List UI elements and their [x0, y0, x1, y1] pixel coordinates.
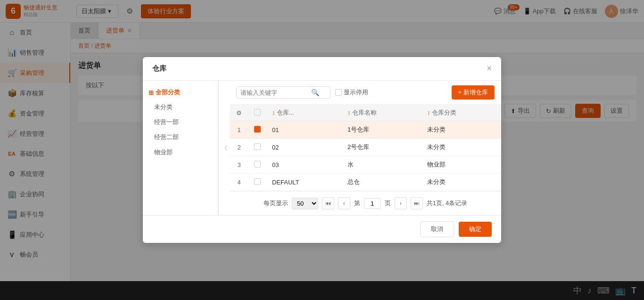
disabled-checkbox[interactable] — [335, 89, 342, 96]
table-row[interactable]: 2 02 2号仓库 未分类 — [230, 139, 501, 156]
search-icon: 🔍 — [311, 89, 319, 96]
row-checkbox-cell — [248, 139, 266, 156]
category-sidebar: ⊞ 全部分类 未分类 经营一部 经营二部 物业部 — [143, 81, 218, 215]
th-code-label: 仓库... — [277, 109, 294, 116]
all-category-item[interactable]: ⊞ 全部分类 — [143, 85, 218, 100]
category-item-unclassified[interactable]: 未分类 — [143, 100, 218, 115]
th-category-icon: ↕ — [427, 109, 430, 116]
per-page-select[interactable]: 50 20 100 — [292, 198, 318, 209]
row-number: 4 — [230, 174, 248, 191]
row-checkbox[interactable] — [254, 143, 261, 150]
th-category: ↕ 仓库分类 — [421, 105, 501, 121]
modal-body: ⊞ 全部分类 未分类 经营一部 经营二部 物业部 《 🔍 — [143, 81, 501, 215]
warehouse-table: ⚙ ↕ 仓库... ↕ — [230, 105, 501, 191]
th-settings: ⚙ — [230, 105, 248, 121]
row-number: 2 — [230, 139, 248, 156]
row-checkbox[interactable] — [254, 126, 261, 133]
row-name: 水 — [342, 156, 421, 174]
first-page-button[interactable]: ⏮ — [322, 197, 334, 209]
th-code-icon: ↕ — [272, 109, 275, 116]
th-name-label: 仓库名称 — [352, 109, 377, 116]
modal-table: ⚙ ↕ 仓库... ↕ — [230, 105, 501, 191]
modal-close-button[interactable]: × — [487, 64, 492, 74]
page-number-input[interactable] — [364, 198, 381, 209]
table-body: 1 01 1号仓库 未分类 2 02 2号仓库 未分类 3 03 水 物业部 4 — [230, 121, 501, 191]
th-gear-icon: ⚙ — [236, 109, 242, 117]
warehouse-modal: 仓库 × ⊞ 全部分类 未分类 经营一部 经营二部 物业部 《 — [143, 57, 501, 243]
row-checkbox-cell — [248, 174, 266, 191]
row-number: 3 — [230, 156, 248, 174]
row-checkbox[interactable] — [254, 178, 261, 185]
category-panel: ⊞ 全部分类 未分类 经营一部 经营二部 物业部 《 — [143, 81, 230, 215]
select-all-checkbox[interactable] — [254, 109, 261, 116]
modal-main: 🔍 显示停用 + 新增仓库 ⚙ — [230, 81, 501, 215]
all-category-label: 全部分类 — [156, 88, 180, 97]
category-item-dept1[interactable]: 经营一部 — [143, 115, 218, 130]
category-item-property[interactable]: 物业部 — [143, 145, 218, 160]
row-name: 2号仓库 — [342, 139, 421, 156]
table-row[interactable]: 4 DEFAULT 总仓 未分类 — [230, 174, 501, 191]
modal-title: 仓库 — [152, 64, 166, 73]
row-code: 01 — [266, 121, 342, 139]
modal-toolbar: 🔍 显示停用 + 新增仓库 — [230, 81, 501, 105]
search-box: 🔍 — [236, 86, 330, 99]
row-category: 未分类 — [421, 174, 501, 191]
page-label: 页 — [385, 199, 391, 208]
last-page-button[interactable]: ⏭ — [411, 197, 423, 209]
modal-pagination: 每页显示 50 20 100 ⏮ ‹ 第 页 › ⏭ 共1页, 4条记录 — [230, 191, 501, 215]
table-row[interactable]: 1 01 1号仓库 未分类 — [230, 121, 501, 139]
row-code: DEFAULT — [266, 174, 342, 191]
row-category: 未分类 — [421, 139, 501, 156]
row-category: 未分类 — [421, 121, 501, 139]
confirm-button[interactable]: 确定 — [459, 222, 492, 237]
total-records-label: 共1页, 4条记录 — [427, 199, 468, 208]
show-disabled-label: 显示停用 — [344, 88, 368, 97]
row-code: 02 — [266, 139, 342, 156]
row-code: 03 — [266, 156, 342, 174]
modal-overlay: 仓库 × ⊞ 全部分类 未分类 经营一部 经营二部 物业部 《 — [0, 0, 644, 300]
row-category: 物业部 — [421, 156, 501, 174]
row-number: 1 — [230, 121, 248, 139]
search-input[interactable] — [240, 89, 311, 96]
modal-header: 仓库 × — [143, 57, 501, 81]
row-name: 总仓 — [342, 174, 421, 191]
row-checkbox-cell — [248, 121, 266, 139]
row-checkbox[interactable] — [254, 161, 261, 167]
add-warehouse-button[interactable]: + 新增仓库 — [452, 85, 495, 100]
table-row[interactable]: 3 03 水 物业部 — [230, 156, 501, 174]
th-category-label: 仓库分类 — [432, 109, 456, 116]
th-checkbox — [248, 105, 266, 121]
modal-footer: 取消 确定 — [143, 215, 501, 243]
cancel-button[interactable]: 取消 — [420, 221, 454, 237]
table-header: ⚙ ↕ 仓库... ↕ — [230, 105, 501, 121]
row-name: 1号仓库 — [342, 121, 421, 139]
th-code: ↕ 仓库... — [266, 105, 342, 121]
per-page-label: 每页显示 — [264, 199, 288, 208]
row-checkbox-cell — [248, 156, 266, 174]
category-item-dept2[interactable]: 经营二部 — [143, 130, 218, 145]
category-collapse-button[interactable]: 《 — [218, 81, 230, 215]
th-name-icon: ↕ — [347, 109, 351, 116]
prev-page-button[interactable]: ‹ — [338, 197, 350, 209]
show-disabled-checkbox[interactable]: 显示停用 — [335, 88, 368, 97]
page-word: 第 — [354, 199, 360, 208]
next-page-button[interactable]: › — [395, 197, 407, 209]
grid-icon: ⊞ — [149, 89, 154, 96]
th-name: ↕ 仓库名称 — [342, 105, 421, 121]
